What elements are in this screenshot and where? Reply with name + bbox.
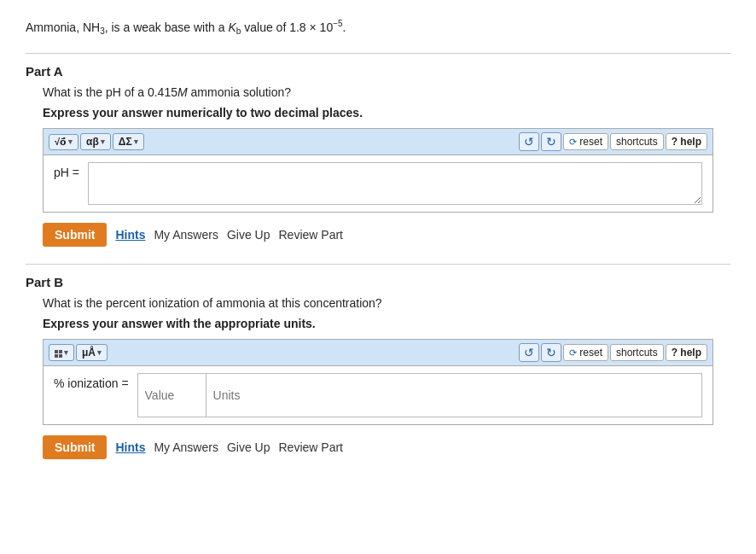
part-a-action-row: Submit Hints My Answers Give Up Review P… <box>43 223 730 247</box>
part-a-instruction: Express your answer numerically to two d… <box>43 106 730 120</box>
reset-btn-b[interactable]: ⟳ reset <box>563 344 608 361</box>
grid-icon <box>55 347 62 359</box>
units-input[interactable] <box>206 374 266 417</box>
undo-btn-b[interactable]: ↺ <box>519 343 539 362</box>
shortcuts-btn-b[interactable]: shortcuts <box>610 344 664 361</box>
part-b-hints-link[interactable]: Hints <box>115 440 145 454</box>
shortcuts-btn-a[interactable]: shortcuts <box>610 133 664 150</box>
help-label-b: ? help <box>672 347 701 359</box>
divider-2 <box>26 264 730 265</box>
part-a-answer-box: √ō̇ ▾ αβ ▾ ΔΣ ▾ ↺ ↻ ⟳ reset s <box>43 128 713 213</box>
reset-label-b: reset <box>579 347 602 359</box>
grid-dropdown-arrow: ▾ <box>64 348 68 357</box>
redo-btn-a[interactable]: ↻ <box>541 132 561 151</box>
alpha-beta-toolbar-btn[interactable]: αβ ▾ <box>80 133 111 150</box>
mu-toolbar-btn[interactable]: μÅ ▾ <box>76 344 108 361</box>
redo-icon: ↻ <box>546 135 556 149</box>
part-b-question: What is the percent ionization of ammoni… <box>43 296 730 310</box>
part-b-section: Part B What is the percent ionization of… <box>26 275 730 459</box>
sqrt-dropdown-arrow: ▾ <box>68 137 73 146</box>
undo-icon: ↺ <box>524 135 534 149</box>
part-a-toolbar: √ō̇ ▾ αβ ▾ ΔΣ ▾ ↺ ↻ ⟳ reset s <box>44 129 712 155</box>
delta-sigma-dropdown-arrow: ▾ <box>134 137 138 146</box>
part-b-review-part[interactable]: Review Part <box>279 440 343 454</box>
shortcuts-label-b: shortcuts <box>616 347 658 359</box>
redo-icon-b: ↻ <box>546 346 556 359</box>
reset-icon-b: ⟳ <box>569 347 577 358</box>
part-b-answer-box: ▾ μÅ ▾ ↺ ↻ ⟳ reset shortcuts ? help <box>43 339 713 425</box>
redo-btn-b[interactable]: ↻ <box>541 343 561 362</box>
intro-text: Ammonia, NH3, is a weak base with a Kb v… <box>26 17 730 38</box>
reset-label-a: reset <box>579 136 602 148</box>
part-b-submit-btn[interactable]: Submit <box>43 435 107 459</box>
undo-btn-a[interactable]: ↺ <box>519 132 539 151</box>
part-b-give-up[interactable]: Give Up <box>227 440 270 454</box>
part-a-hints-link[interactable]: Hints <box>115 228 145 242</box>
help-btn-b[interactable]: ? help <box>666 344 707 361</box>
part-b-label: Part B <box>26 275 730 289</box>
part-a-give-up[interactable]: Give Up <box>227 228 270 242</box>
shortcuts-label-a: shortcuts <box>616 136 658 148</box>
part-a-my-answers[interactable]: My Answers <box>154 228 218 242</box>
part-b-action-row: Submit Hints My Answers Give Up Review P… <box>43 435 730 459</box>
part-a-question: What is the pH of a 0.415M ammonia solut… <box>43 85 730 99</box>
reset-icon: ⟳ <box>569 137 577 147</box>
mu-dropdown-arrow: ▾ <box>97 348 102 357</box>
mu-icon: μÅ <box>82 347 96 359</box>
grid-toolbar-btn[interactable]: ▾ <box>49 344 74 361</box>
part-b-input-row: % ionization = <box>44 366 712 424</box>
value-units-container <box>137 373 702 417</box>
alpha-beta-icon: αβ <box>86 136 99 148</box>
part-a-text-input[interactable] <box>88 162 702 205</box>
help-label-a: ? help <box>672 136 701 148</box>
delta-sigma-icon: ΔΣ <box>119 136 132 148</box>
part-a-input-row: pH = <box>44 155 712 212</box>
part-a-review-part[interactable]: Review Part <box>279 228 343 242</box>
help-btn-a[interactable]: ? help <box>666 133 707 150</box>
part-b-input-label: % ionization = <box>54 376 129 390</box>
alpha-beta-dropdown-arrow: ▾ <box>101 137 105 146</box>
sqrt-toolbar-btn[interactable]: √ō̇ ▾ <box>49 134 79 150</box>
part-b-instruction: Express your answer with the appropriate… <box>43 317 730 330</box>
part-b-my-answers[interactable]: My Answers <box>154 440 218 454</box>
part-b-toolbar: ▾ μÅ ▾ ↺ ↻ ⟳ reset shortcuts ? help <box>44 340 712 366</box>
value-input[interactable] <box>138 374 206 417</box>
reset-btn-a[interactable]: ⟳ reset <box>563 133 608 150</box>
divider-1 <box>26 53 730 54</box>
part-a-input-label: pH = <box>54 166 79 179</box>
sqrt-icon: √ō̇ <box>55 137 67 148</box>
undo-icon-b: ↺ <box>524 346 534 359</box>
delta-sigma-toolbar-btn[interactable]: ΔΣ ▾ <box>113 133 144 150</box>
part-a-label: Part A <box>26 64 730 79</box>
part-a-submit-btn[interactable]: Submit <box>43 223 107 247</box>
part-a-section: Part A What is the pH of a 0.415M ammoni… <box>26 64 730 247</box>
